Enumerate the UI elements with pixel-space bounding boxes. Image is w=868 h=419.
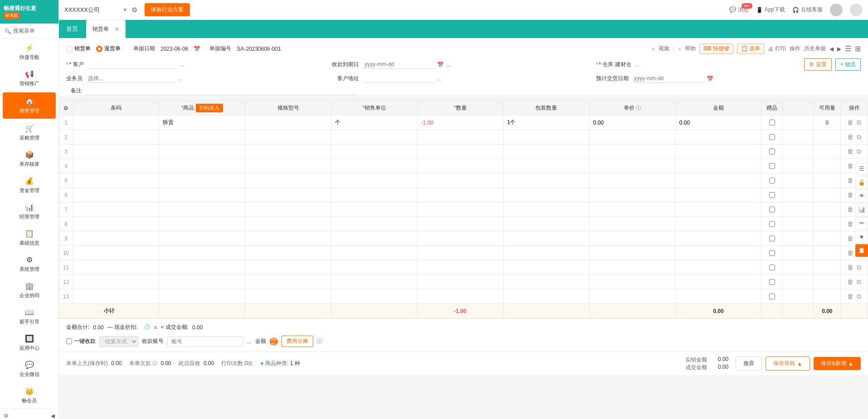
cell-unit[interactable] [331, 260, 417, 275]
notes-input[interactable] [85, 87, 357, 95]
add-payment-btn[interactable]: 添加 [270, 337, 278, 346]
cell-barcode[interactable] [73, 188, 159, 202]
settings-button[interactable]: ⚙ 设置 [804, 58, 831, 71]
copy-row-btn[interactable]: ⧉ [856, 263, 862, 272]
nav-right-icon[interactable]: ▶ [837, 46, 841, 52]
sidebar-item-inventory[interactable]: 📦 库存核算 [0, 146, 58, 172]
cell-gift[interactable] [761, 159, 783, 173]
cell-spec[interactable] [245, 116, 331, 130]
table-gear-icon[interactable]: ⚙ [63, 105, 68, 111]
fee-split-btn[interactable]: 费用分摊 [281, 336, 313, 347]
list-view-icon[interactable]: ☰ [845, 44, 851, 53]
sidebar-item-operations[interactable]: 📊 经营管理 [0, 198, 58, 225]
cell-pkg-qty[interactable] [503, 130, 589, 144]
copy-row-btn[interactable]: ⧉ [856, 132, 862, 142]
cell-product[interactable] [159, 202, 245, 217]
cell-spec[interactable] [245, 159, 331, 173]
cell-product[interactable] [159, 130, 245, 144]
cell-pkg-qty[interactable] [503, 246, 589, 260]
trial-btn[interactable]: 体验行业方案 [145, 3, 190, 16]
delete-row-btn[interactable]: 🗑 [846, 277, 854, 286]
settlement-select[interactable]: 结算方式 [99, 336, 138, 347]
copy-row-btn[interactable]: ⧉ [856, 118, 862, 127]
cell-spec[interactable] [245, 231, 331, 246]
cell-product[interactable] [159, 289, 245, 304]
delete-row-btn[interactable]: 🗑 [846, 219, 854, 228]
cell-barcode[interactable] [73, 231, 159, 246]
cell-unit[interactable] [331, 144, 417, 159]
radio-return[interactable]: 退货单 [96, 45, 121, 53]
cell-unit[interactable] [331, 289, 417, 304]
copy-row-btn[interactable]: ⧉ [856, 147, 862, 156]
cell-gift[interactable] [761, 188, 783, 202]
sidebar-item-system[interactable]: ⚙ 系统管理 [0, 251, 58, 277]
one-click-pay-checkbox[interactable] [66, 338, 72, 344]
cell-qty[interactable] [417, 116, 503, 130]
radio-sales[interactable]: 销货单 [66, 45, 91, 53]
cell-unit[interactable] [331, 159, 417, 173]
cell-gift[interactable] [761, 260, 783, 275]
cell-pkg-qty[interactable] [503, 217, 589, 231]
salesperson-input[interactable] [86, 74, 177, 83]
addr-dots[interactable]: ... [437, 76, 441, 81]
user-avatar-2[interactable] [850, 4, 863, 16]
cell-unit[interactable] [331, 188, 417, 202]
cell-product[interactable] [159, 188, 245, 202]
account-input[interactable] [167, 337, 243, 347]
cell-qty[interactable] [417, 275, 503, 289]
cell-unit[interactable] [331, 202, 417, 217]
customer-addr-input[interactable] [363, 74, 435, 83]
cell-pkg-qty[interactable] [503, 275, 589, 289]
discard-button[interactable]: 放弃 [736, 356, 762, 371]
copy-row-btn[interactable]: ⧉ [856, 292, 862, 301]
cell-price[interactable] [589, 202, 675, 217]
cell-product[interactable] [159, 246, 245, 260]
cell-gift[interactable] [761, 130, 783, 144]
app-download-btn[interactable]: 📱 App下载 [756, 6, 785, 14]
cell-unit[interactable] [331, 275, 417, 289]
cell-gift[interactable] [761, 173, 783, 188]
delete-row-btn[interactable]: 🗑 [846, 263, 854, 272]
cell-price[interactable] [589, 144, 675, 159]
calendar-icon[interactable]: 📅 [194, 46, 200, 52]
sidebar-item-sales[interactable]: 🏠 销售管理 [3, 92, 56, 119]
cell-unit[interactable] [331, 231, 417, 246]
tab-sales-order[interactable]: 销货单 ✕ [86, 20, 126, 38]
cell-product[interactable] [159, 173, 245, 188]
sidebar-item-wechat[interactable]: 💬 企业微信 [0, 356, 58, 382]
float-btn-1[interactable]: ☰ [855, 163, 868, 175]
warehouse-dots[interactable]: ... [635, 62, 639, 67]
delete-row-btn[interactable]: 🗑 [846, 248, 854, 257]
sidebar-item-guide[interactable]: 📖 新手引导 [0, 303, 58, 330]
sidebar-item-enterprise[interactable]: 🏢 企业协同 [0, 277, 58, 303]
cell-unit[interactable] [331, 173, 417, 188]
customer-input[interactable] [87, 60, 178, 69]
cell-barcode[interactable] [73, 260, 159, 275]
cell-qty[interactable] [417, 159, 503, 173]
cell-qty[interactable] [417, 188, 503, 202]
cell-unit[interactable] [331, 246, 417, 260]
cell-gift[interactable] [761, 116, 783, 130]
cell-unit[interactable] [331, 130, 417, 144]
cell-product[interactable] [159, 217, 245, 231]
cell-spec[interactable] [245, 202, 331, 217]
sidebar-item-basic-info[interactable]: 📋 基础信息 [0, 225, 58, 251]
cell-amount[interactable] [675, 188, 761, 202]
th-gear[interactable]: ⚙ [59, 101, 73, 116]
due-date-dots[interactable]: ... [446, 62, 450, 68]
cell-price[interactable] [589, 289, 675, 304]
cell-price[interactable] [589, 116, 675, 130]
cell-product[interactable] [159, 275, 245, 289]
delete-row-btn[interactable]: 🗑 [846, 292, 854, 301]
cell-barcode[interactable] [73, 116, 159, 130]
cell-qty[interactable] [417, 231, 503, 246]
customer-dots[interactable]: ... [180, 62, 184, 67]
cell-pkg-qty[interactable] [503, 260, 589, 275]
cell-amount[interactable] [675, 231, 761, 246]
cell-price[interactable] [589, 173, 675, 188]
cell-gift[interactable] [761, 246, 783, 260]
delete-row-btn[interactable]: 🗑 [846, 205, 854, 214]
delete-row-btn[interactable]: 🗑 [846, 176, 854, 185]
cell-barcode[interactable] [73, 289, 159, 304]
delete-row-btn[interactable]: 🗑 [846, 147, 854, 156]
